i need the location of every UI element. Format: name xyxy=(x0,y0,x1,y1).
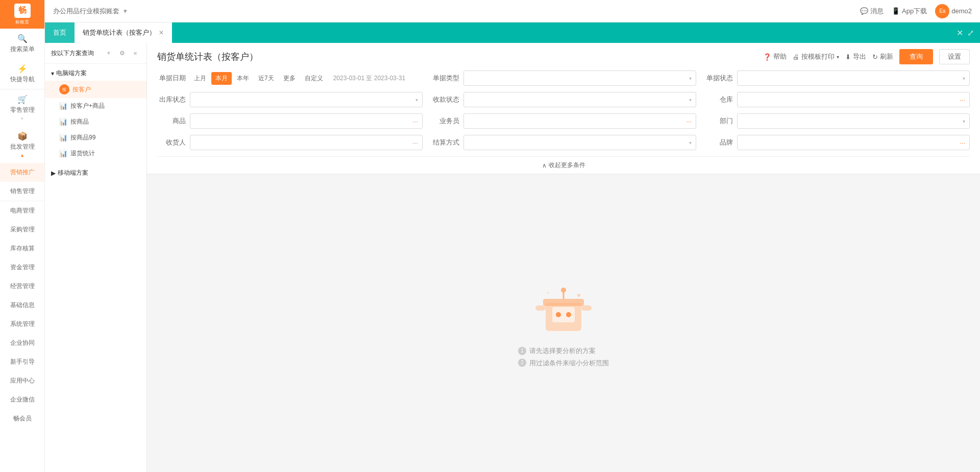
date-tab-this-month[interactable]: 本月 xyxy=(211,72,232,85)
tab-close-all-btn[interactable]: ✕ xyxy=(957,28,963,38)
sidebar-item-enterprise[interactable]: 企业协同 xyxy=(0,334,45,352)
tip-num-2: 2 xyxy=(518,359,526,367)
settings-icon: ⚙ xyxy=(119,50,125,57)
sidebar-item-search[interactable]: 🔍 搜索菜单 xyxy=(0,29,45,59)
empty-illustration xyxy=(533,277,594,339)
sidebar-label-system: 系统管理 xyxy=(10,320,35,328)
salesperson-control[interactable]: ··· xyxy=(463,113,696,129)
date-tab-7days[interactable]: 近7天 xyxy=(254,72,278,85)
help-btn[interactable]: ❓ 帮助 xyxy=(763,52,787,61)
settlement-item: 结算方式 ▾ xyxy=(431,135,696,150)
collapse-label: 收起更多条件 xyxy=(549,161,585,170)
sidebar-item-operations[interactable]: 经营管理 xyxy=(0,277,45,296)
sidebar-label-member: 畅会员 xyxy=(13,414,32,423)
department-control[interactable]: ▾ xyxy=(737,113,970,129)
sidebar-item-apps[interactable]: 应用中心 xyxy=(0,371,45,390)
sidebar-item-member[interactable]: 畅会员 xyxy=(0,409,45,428)
brand-item: 品牌 ··· xyxy=(704,135,970,150)
pc-scheme-group-header[interactable]: ▾ 电脑端方案 xyxy=(45,66,146,81)
refresh-icon: ↻ xyxy=(872,53,878,61)
left-panel-icons: + ⚙ « xyxy=(104,48,140,58)
user-btn[interactable]: Ea demo2 xyxy=(935,4,972,18)
export-icon: ⬇ xyxy=(845,53,851,61)
mobile-scheme-group-header[interactable]: ▶ 移动端方案 xyxy=(45,166,146,180)
download-icon: 📱 xyxy=(892,7,900,15)
query-btn[interactable]: 查询 xyxy=(899,49,933,64)
date-tab-this-year[interactable]: 本年 xyxy=(233,72,253,85)
tab-home[interactable]: 首页 xyxy=(45,22,75,43)
order-status-control[interactable]: ▾ xyxy=(737,70,970,86)
refresh-label: 刷新 xyxy=(880,52,893,61)
print-icon: 🖨 xyxy=(793,53,799,61)
date-tab-custom[interactable]: 自定义 xyxy=(301,72,327,85)
order-type-item: 单据类型 ▾ xyxy=(431,70,696,86)
tab-bar: 首页 销货单统计表（按客户） ✕ ✕ ⤢ xyxy=(45,22,980,43)
warehouse-control[interactable]: ··· xyxy=(737,92,970,107)
right-panel: 销货单统计表（按客户） ❓ 帮助 🖨 按模板打印 ▾ ⬇ xyxy=(147,43,980,472)
collapse-bar[interactable]: ∧ 收起更多条件 xyxy=(157,156,970,174)
sidebar-item-finance[interactable]: 资金管理 xyxy=(0,258,45,277)
page-header: 销货单统计表（按客户） ❓ 帮助 🖨 按模板打印 ▾ ⬇ xyxy=(147,43,980,174)
sidebar-item-retail[interactable]: 🛒 零售管理 ▾ xyxy=(0,89,45,126)
pc-group-label: 电脑端方案 xyxy=(56,69,87,78)
brand-control[interactable]: ··· xyxy=(737,135,970,150)
sidebar-item-basic[interactable]: 基础信息 xyxy=(0,296,45,315)
tip-num-1: 1 xyxy=(518,347,526,355)
scheme-item-by-goods[interactable]: 📊 按商品 xyxy=(45,114,146,130)
receipt-status-control[interactable]: ▾ xyxy=(463,92,696,107)
settings-btn[interactable]: 设置 xyxy=(939,49,970,64)
sidebar-item-ecommerce[interactable]: 电商管理 xyxy=(0,201,45,220)
department-label: 部门 xyxy=(704,116,733,126)
left-panel-header: 按以下方案查询 + ⚙ « xyxy=(45,43,146,64)
goods-control[interactable]: ··· xyxy=(190,113,423,129)
out-status-control[interactable]: ▾ xyxy=(190,92,423,107)
collapse-panel-btn[interactable]: « xyxy=(130,48,140,58)
scheme-item-return-stats[interactable]: 📊 退货统计 xyxy=(45,146,146,161)
message-icon: 💬 xyxy=(860,7,868,15)
date-tab-last-month[interactable]: 上月 xyxy=(190,72,210,85)
message-btn[interactable]: 💬 消息 xyxy=(860,7,884,16)
date-filter-label: 单据日期 xyxy=(157,74,186,83)
scheme-item-goods-99[interactable]: 📊 按商品99 xyxy=(45,130,146,146)
sidebar-label-basic: 基础信息 xyxy=(10,301,35,310)
empty-tips: 1 请先选择要分析的方案 2 用过滤条件来缩小分析范围 xyxy=(518,345,609,369)
search-icon: 🔍 xyxy=(17,34,28,43)
sidebar-item-quick-nav[interactable]: ⚡ 快捷导航 xyxy=(0,59,45,89)
collapse-up-icon: ∧ xyxy=(542,162,547,169)
sidebar-label-apps: 应用中心 xyxy=(10,376,35,385)
print-label: 按模板打印 xyxy=(801,52,835,61)
chart-icon-2: 📊 xyxy=(59,118,67,126)
sidebar-item-inventory[interactable]: 库存核算 xyxy=(0,239,45,258)
add-scheme-btn[interactable]: + xyxy=(104,48,114,58)
sidebar-item-wechat[interactable]: 企业微信 xyxy=(0,390,45,409)
refresh-btn[interactable]: ↻ 刷新 xyxy=(872,52,893,61)
settlement-control[interactable]: ▾ xyxy=(463,135,696,150)
retail-icon: 🛒 xyxy=(17,95,28,104)
tab-close-icon[interactable]: ✕ xyxy=(159,29,164,36)
tab-expand-btn[interactable]: ⤢ xyxy=(967,28,974,38)
tab-sales-stats-label: 销货单统计表（按客户） xyxy=(83,28,156,37)
scheme-settings-btn[interactable]: ⚙ xyxy=(117,48,127,58)
recipient-control[interactable]: ··· xyxy=(190,135,423,150)
app-subtitle: 标账页 xyxy=(15,19,29,26)
download-btn[interactable]: 📱 App下载 xyxy=(892,7,927,16)
scheme-item-by-customer[interactable]: 按 按客户 xyxy=(45,81,146,98)
empty-state: 1 请先选择要分析的方案 2 用过滤条件来缩小分析范围 xyxy=(147,174,980,472)
date-tab-more[interactable]: 更多 xyxy=(279,72,300,85)
print-btn[interactable]: 🖨 按模板打印 ▾ xyxy=(793,52,839,61)
sidebar-item-marketing[interactable]: 营销推广 xyxy=(0,163,45,182)
export-btn[interactable]: ⬇ 导出 xyxy=(845,52,866,61)
avatar: Ea xyxy=(935,4,949,18)
order-type-control[interactable]: ▾ xyxy=(463,70,696,86)
sidebar-item-newbie[interactable]: 新手引导 xyxy=(0,352,45,371)
sidebar-item-wholesale[interactable]: 📦 批发管理 ▲ xyxy=(0,126,45,163)
scheme-item-customer-goods[interactable]: 📊 按客户+商品 xyxy=(45,98,146,114)
tab-sales-stats[interactable]: 销货单统计表（按客户） ✕ xyxy=(75,22,172,43)
sidebar-label-wholesale: 批发管理 xyxy=(10,143,35,151)
expand-icon[interactable]: ▾ xyxy=(124,7,127,15)
sidebar-item-system[interactable]: 系统管理 xyxy=(0,315,45,334)
sidebar-label-inventory: 库存核算 xyxy=(10,244,35,253)
by-customer-icon: 按 xyxy=(59,84,69,95)
sidebar-item-purchase[interactable]: 采购管理 xyxy=(0,220,45,239)
sidebar-item-sales[interactable]: 销售管理 xyxy=(0,182,45,201)
